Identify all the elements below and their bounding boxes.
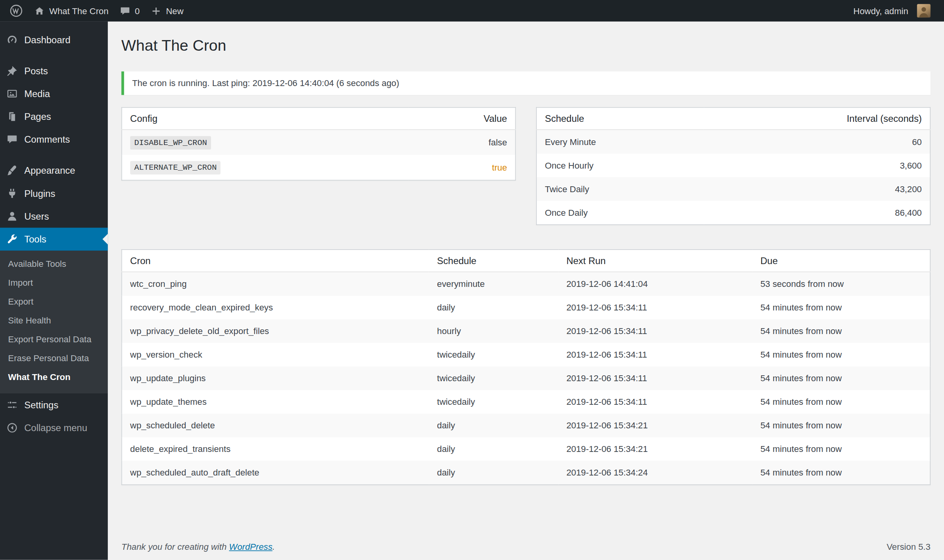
sidebar-item-appearance[interactable]: Appearance xyxy=(0,159,108,182)
schedule-name: Every Minute xyxy=(537,130,704,154)
cron-due: 54 minutes from now xyxy=(752,437,930,461)
submenu-item-site-health[interactable]: Site Health xyxy=(0,311,108,330)
wp-logo-menu[interactable] xyxy=(4,0,28,22)
schedule-interval: 3,600 xyxy=(704,154,930,177)
site-name-link[interactable]: What The Cron xyxy=(28,0,114,22)
table-row: wp_scheduled_delete daily 2019-12-06 15:… xyxy=(122,414,930,437)
cron-next-run: 2019-12-06 15:34:21 xyxy=(558,437,752,461)
avatar xyxy=(917,4,930,17)
cron-name: wp_version_check xyxy=(122,343,429,367)
footer-period: . xyxy=(273,542,275,552)
table-row: wtc_cron_ping everyminute 2019-12-06 14:… xyxy=(122,272,930,296)
wordpress-link[interactable]: WordPress xyxy=(229,542,272,552)
howdy-account-menu[interactable]: Howdy, admin xyxy=(848,0,936,22)
table-header-row: Schedule Interval (seconds) xyxy=(537,107,930,130)
tools-submenu: Available Tools Import Export Site Healt… xyxy=(0,251,108,393)
menu-separator xyxy=(0,51,108,59)
cron-schedule: twicedaily xyxy=(429,390,559,414)
cron-schedule-header: Schedule xyxy=(429,250,559,272)
summary-tables: Config Value DISABLE_WP_CRON false ALTER… xyxy=(122,107,931,225)
submenu-item-erase-personal-data[interactable]: Erase Personal Data xyxy=(0,349,108,368)
posts-icon xyxy=(6,64,19,77)
table-row: delete_expired_transients daily 2019-12-… xyxy=(122,437,930,461)
users-icon xyxy=(6,209,19,223)
table-row: Once Hourly 3,600 xyxy=(537,154,930,177)
cron-schedule: twicedaily xyxy=(429,343,559,367)
sidebar-item-posts[interactable]: Posts xyxy=(0,59,108,82)
comments-link[interactable]: 0 xyxy=(114,0,145,22)
sidebar-item-settings[interactable]: Settings xyxy=(0,393,108,416)
schedule-name: Once Daily xyxy=(537,201,704,225)
cron-due: 54 minutes from now xyxy=(752,296,930,319)
sidebar-item-users[interactable]: Users xyxy=(0,205,108,228)
cron-name: wp_privacy_delete_old_export_files xyxy=(122,319,429,343)
plus-icon xyxy=(151,5,162,17)
cron-next-run: 2019-12-06 14:41:04 xyxy=(558,272,752,296)
site-name-label: What The Cron xyxy=(49,6,109,16)
submenu-item-available-tools[interactable]: Available Tools xyxy=(0,255,108,274)
version-label: Version 5.3 xyxy=(887,542,931,552)
config-value-header: Value xyxy=(409,107,516,130)
table-row: recovery_mode_clean_expired_keys daily 2… xyxy=(122,296,930,319)
submenu-item-export-personal-data[interactable]: Export Personal Data xyxy=(0,330,108,349)
config-key: ALTERNATE_WP_CRON xyxy=(130,161,221,174)
table-row: wp_version_check twicedaily 2019-12-06 1… xyxy=(122,343,930,367)
cron-due: 54 minutes from now xyxy=(752,461,930,485)
cron-due-header: Due xyxy=(752,250,930,272)
sidebar-item-label: Settings xyxy=(24,398,59,411)
cron-next-run: 2019-12-06 15:34:24 xyxy=(558,461,752,485)
schedule-interval: 43,200 xyxy=(704,177,930,201)
table-header-row: Config Value xyxy=(122,107,515,130)
cron-next-run: 2019-12-06 15:34:21 xyxy=(558,414,752,437)
sidebar-item-pages[interactable]: Pages xyxy=(0,105,108,128)
collapse-menu-button[interactable]: Collapse menu xyxy=(0,416,108,439)
table-row: wp_update_themes twicedaily 2019-12-06 1… xyxy=(122,390,930,414)
admin-menu: Dashboard Posts Media xyxy=(0,28,108,439)
collapse-icon xyxy=(6,421,19,434)
sidebar-item-tools[interactable]: Tools xyxy=(0,228,108,250)
cron-schedule: hourly xyxy=(429,319,559,343)
notice-text: The cron is running. Last ping: 2019-12-… xyxy=(132,78,399,88)
pages-icon xyxy=(6,110,19,123)
howdy-label: Howdy, admin xyxy=(854,6,909,16)
table-row: DISABLE_WP_CRON false xyxy=(122,130,515,155)
cron-schedule: daily xyxy=(429,437,559,461)
menu-separator xyxy=(0,151,108,159)
sidebar-item-plugins[interactable]: Plugins xyxy=(0,182,108,205)
sidebar-item-label: Users xyxy=(24,209,49,223)
submenu-item-export[interactable]: Export xyxy=(0,292,108,311)
sidebar-item-label: Posts xyxy=(24,64,48,77)
cron-running-notice: The cron is running. Last ping: 2019-12-… xyxy=(122,72,931,95)
admin-bar: What The Cron 0 New Howdy, admin xyxy=(0,0,944,22)
cron-schedule: everyminute xyxy=(429,272,559,296)
sidebar-item-label: Plugins xyxy=(24,187,55,200)
schedule-interval: 86,400 xyxy=(704,201,930,225)
table-row: ALTERNATE_WP_CRON true xyxy=(122,155,515,180)
schedule-header: Schedule xyxy=(537,107,704,130)
config-key: DISABLE_WP_CRON xyxy=(130,136,211,149)
wordpress-admin: What The Cron 0 New Howdy, admin xyxy=(0,0,944,560)
config-value: false xyxy=(409,130,516,155)
cron-due: 54 minutes from now xyxy=(752,367,930,390)
sidebar-item-dashboard[interactable]: Dashboard xyxy=(0,28,108,51)
submenu-item-what-the-cron[interactable]: What The Cron xyxy=(0,368,108,387)
comments-bubble-icon xyxy=(119,5,131,17)
table-row: Every Minute 60 xyxy=(537,130,930,154)
table-row: wp_privacy_delete_old_export_files hourl… xyxy=(122,319,930,343)
cron-due: 53 seconds from now xyxy=(752,272,930,296)
new-content-menu[interactable]: New xyxy=(145,0,189,22)
table-row: Twice Daily 43,200 xyxy=(537,177,930,201)
cron-name: wtc_cron_ping xyxy=(122,272,429,296)
schedule-name: Once Hourly xyxy=(537,154,704,177)
sidebar-item-label: Collapse menu xyxy=(24,421,87,434)
footer-thanks-text: Thank you for creating with xyxy=(122,542,229,552)
cron-due: 54 minutes from now xyxy=(752,390,930,414)
cron-next-run-header: Next Run xyxy=(558,250,752,272)
cron-schedule: daily xyxy=(429,296,559,319)
schedule-table-wrap: Schedule Interval (seconds) Every Minute… xyxy=(536,107,931,225)
sidebar-item-media[interactable]: Media xyxy=(0,82,108,105)
sidebar-item-comments[interactable]: Comments xyxy=(0,128,108,151)
submenu-item-import[interactable]: Import xyxy=(0,274,108,292)
cron-schedule: daily xyxy=(429,414,559,437)
new-label: New xyxy=(166,6,184,16)
